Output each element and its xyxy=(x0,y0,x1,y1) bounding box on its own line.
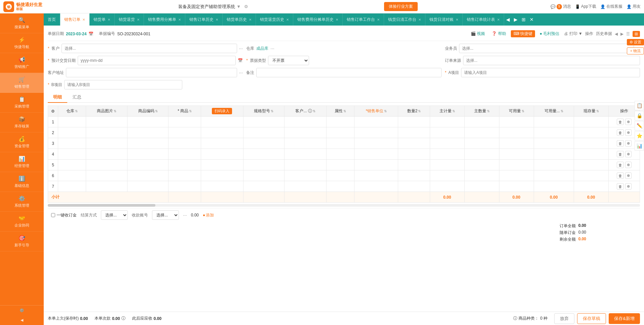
tab-close-sales-return-history[interactable]: ✕ xyxy=(286,18,289,22)
row-delete-2[interactable]: 🗑 xyxy=(617,129,624,136)
rp-icon-5[interactable]: 📊 xyxy=(635,141,644,151)
sidebar-item-purchase[interactable]: 📋 采购管理 xyxy=(0,93,44,113)
tab-cash-workbench[interactable]: 钱货日清工作台 ✕ xyxy=(384,13,425,26)
print-button[interactable]: 🖨 打印 ▼ xyxy=(564,31,582,37)
video-button[interactable]: 🎬 视频 xyxy=(469,30,487,37)
rp-icon-1[interactable]: 📋 xyxy=(635,101,644,110)
tab-next-button[interactable]: ▶ xyxy=(512,13,520,26)
a-project-input[interactable] xyxy=(461,68,640,77)
staff-input[interactable] xyxy=(459,44,634,53)
row-copy-4[interactable]: ⊕ xyxy=(625,151,632,157)
grid-view-icon[interactable]: ⊞ xyxy=(633,31,640,37)
account-more-icon[interactable]: ··· xyxy=(183,212,187,218)
tab-sales-order[interactable]: 销售订单 ✕ xyxy=(60,13,89,26)
sidebar-collapse-button[interactable]: ◀ xyxy=(0,315,44,325)
invoice-select[interactable]: 不开票 增值税普通发票 增值税专用发票 xyxy=(268,56,309,65)
tab-close-sales-workbench[interactable]: ✕ xyxy=(377,18,380,22)
order-source-input[interactable] xyxy=(463,56,640,65)
row-copy-5[interactable]: ⊕ xyxy=(625,162,632,168)
tab-home[interactable]: 首页 xyxy=(44,13,60,26)
profit-button[interactable]: ● 毛利预估 xyxy=(538,30,562,37)
sidebar-item-collab[interactable]: 🤝 企业协同 xyxy=(0,212,44,232)
sidebar-item-inventory[interactable]: 📦 库存核算 xyxy=(0,113,44,132)
deposit-checkbox-label[interactable]: 一键收订金 xyxy=(51,212,77,218)
row-delete-3[interactable]: 🗑 xyxy=(617,140,624,147)
nav-next-icon[interactable]: ▶ xyxy=(620,32,623,36)
tab-sales-invoice[interactable]: 销货单 ✕ xyxy=(89,13,115,26)
row-delete-4[interactable]: 🗑 xyxy=(617,151,624,157)
message-button[interactable]: 💬 9 消息 xyxy=(551,4,571,9)
calendar-icon[interactable]: 📅 xyxy=(88,32,93,36)
sidebar-item-basic-info[interactable]: ℹ️ 基础信息 xyxy=(0,172,44,192)
scan-button[interactable]: 扫码录入 xyxy=(212,108,232,114)
delivery-input[interactable] xyxy=(78,56,236,65)
row-copy-1[interactable]: ⊕ xyxy=(625,119,632,125)
config-button[interactable]: ⚙ 设置 xyxy=(627,39,644,45)
tab-prev-button[interactable]: ◀ xyxy=(504,13,512,26)
row-copy-3[interactable]: ⊕ xyxy=(625,140,632,147)
row-property-1[interactable] xyxy=(326,117,354,127)
list-view-icon[interactable]: ☰ xyxy=(626,32,630,36)
tab-sales-return[interactable]: 销货退货 ✕ xyxy=(115,13,144,26)
note-input[interactable] xyxy=(256,68,441,77)
horizontal-scrollbar[interactable] xyxy=(48,204,640,207)
tab-close-sales-invoice[interactable]: ✕ xyxy=(108,18,110,22)
row-warehouse-1[interactable] xyxy=(58,117,86,127)
save-new-button[interactable]: 保存&新增 xyxy=(609,313,640,324)
deposit-checkbox[interactable] xyxy=(51,213,55,217)
sidebar-bottom-settings[interactable]: ⚙️ xyxy=(0,306,44,315)
tab-more-button[interactable]: ⊞ xyxy=(520,13,528,26)
app-download-button[interactable]: 📱 App下载 xyxy=(575,4,596,9)
tab-sales-workbench[interactable]: 销售订单工作台 ✕ xyxy=(343,13,384,26)
sidebar-item-system[interactable]: ⚙️ 系统管理 xyxy=(0,192,44,212)
row-product-1[interactable] xyxy=(168,117,201,127)
scrollbar-thumb[interactable] xyxy=(48,204,155,207)
sub-tab-summary[interactable]: 汇总 xyxy=(67,92,87,103)
rp-icon-4[interactable]: ⭐ xyxy=(635,131,644,140)
tab-sales-fee-history[interactable]: 销售费用分摊单历史 ✕ xyxy=(293,13,343,26)
row-delete-1[interactable]: 🗑 xyxy=(617,119,624,125)
sidebar-item-quicknav[interactable]: ⚡ 快捷导航 xyxy=(0,33,44,53)
customer-addr-input[interactable] xyxy=(66,68,237,77)
row-customer-1[interactable] xyxy=(285,117,327,127)
sidebar-item-sales[interactable]: 🛒 销售管理 xyxy=(0,73,44,93)
row-unit-1[interactable] xyxy=(354,117,398,127)
row-delete-5[interactable]: 🗑 xyxy=(617,162,624,168)
tab-close-sales-return[interactable]: ✕ xyxy=(137,18,140,22)
nav-prev-icon[interactable]: ◀ xyxy=(615,32,618,36)
account-select[interactable]: 选择... xyxy=(152,210,179,220)
tab-close-sales-fee[interactable]: ✕ xyxy=(178,18,181,22)
tab-close-sales-stats[interactable]: ✕ xyxy=(497,18,500,22)
tab-sales-stats[interactable]: 销售订单统计表 ✕ xyxy=(463,13,504,26)
settings-icon[interactable]: ⚙ xyxy=(244,4,248,9)
shortcut-button[interactable]: ⌨ 快捷键 xyxy=(511,30,535,37)
b-project-input[interactable] xyxy=(64,80,182,89)
row-available2-1[interactable] xyxy=(534,117,574,127)
rp-icon-2[interactable]: 🔒 xyxy=(635,111,644,120)
sidebar-item-search[interactable]: 🔍 搜索菜单 xyxy=(0,13,44,33)
tab-sales-order-history[interactable]: 销售订单历史 ✕ xyxy=(185,13,223,26)
tab-close-cash-workbench[interactable]: ✕ xyxy=(418,18,421,22)
row-delete-7[interactable]: 🗑 xyxy=(617,183,624,190)
warehouse-more-icon[interactable]: ··· xyxy=(270,46,274,51)
operation-button[interactable]: 操作 xyxy=(585,31,593,37)
tab-sales-invoice-history[interactable]: 销货单历史 ✕ xyxy=(223,13,256,26)
row-main-unit-1[interactable] xyxy=(430,117,464,127)
row-copy-6[interactable]: ⊕ xyxy=(625,172,632,179)
tab-sales-return-history[interactable]: 销货退货历史 ✕ xyxy=(256,13,293,26)
row-image-1[interactable] xyxy=(86,117,127,127)
row-spec-1[interactable] xyxy=(243,117,285,127)
row-delete-6[interactable]: 🗑 xyxy=(617,172,624,179)
settlement-select[interactable]: 选择... xyxy=(101,210,128,220)
tab-close-all-button[interactable]: ✕ xyxy=(528,13,536,26)
system-dropdown-icon[interactable]: ▼ xyxy=(236,4,241,9)
tab-close-sales-order-history[interactable]: ✕ xyxy=(216,18,218,22)
row-copy-2[interactable]: ⊕ xyxy=(625,129,632,136)
history-button[interactable]: 历史单据 xyxy=(596,31,612,37)
th-warehouse-sort[interactable]: 仓库 ⇅ xyxy=(66,108,78,114)
row-copy-7[interactable]: ⊕ xyxy=(625,183,632,190)
save-draft-button[interactable]: 保存草稿 xyxy=(577,313,606,324)
tab-close-sales-fee-history[interactable]: ✕ xyxy=(336,18,338,22)
sidebar-item-marketing[interactable]: 📢 营销推广 xyxy=(0,53,44,73)
sidebar-item-guide[interactable]: 🎯 新手引导 xyxy=(0,232,44,251)
